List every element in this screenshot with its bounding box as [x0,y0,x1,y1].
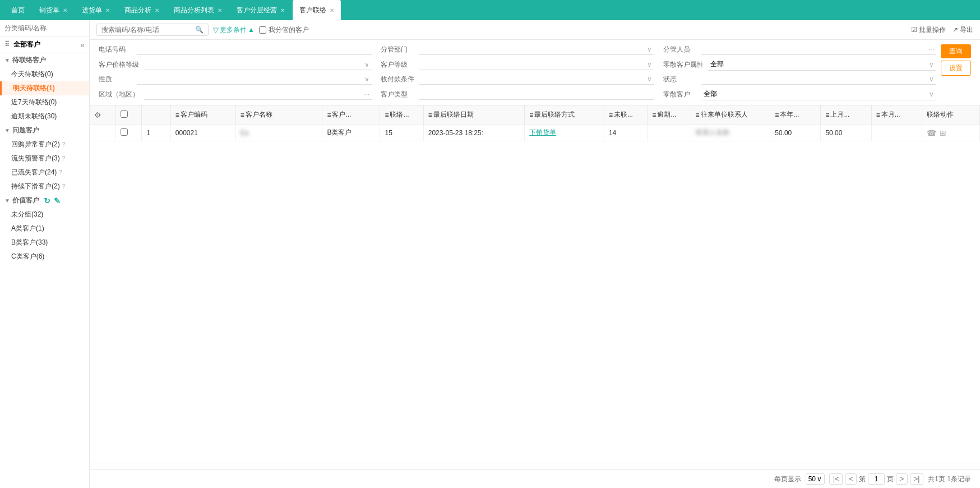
sidebar-item-tomorrow-contact[interactable]: 明天待联络(1) [0,81,89,95]
th-no-contact: ≡未联... [604,105,647,125]
sidebar-item-type-b[interactable]: B类客户(33) [0,236,89,250]
nav-purchase-order[interactable]: 进货单 ✕ [75,0,117,20]
sidebar-search-input[interactable] [4,24,89,32]
sidebar-item-ungrouped[interactable]: 未分组(32) [0,208,89,222]
td-index: 1 [142,125,171,141]
filter-manager-label: 分管人员 [663,45,697,54]
sidebar-section-problem: ▼ 问题客户 [0,123,89,137]
filter-scatter-attr-label: 零散客户属性 [663,60,704,70]
help-churn-warning-icon[interactable]: ? [62,155,66,162]
edit-value-icon[interactable]: ✎ [54,196,61,205]
close-customer-contact-icon[interactable]: ✕ [330,7,334,13]
sidebar-item-declining[interactable]: 持续下滑客户(2) ? [0,179,89,194]
table-gear-icon[interactable]: ⚙ [94,111,101,119]
more-conditions-btn[interactable]: ▽ 更多条件 ▲ [213,25,255,35]
sidebar-item-churned[interactable]: 已流失客户(24) ? [0,165,89,179]
close-sales-order-icon[interactable]: ✕ [63,7,67,13]
refresh-value-icon[interactable]: ↻ [44,196,50,205]
sidebar-item-churn-warning[interactable]: 流失预警客户(3) ? [0,151,89,165]
sidebar-collapse-icon[interactable]: « [80,40,85,49]
prev-page-btn[interactable]: < [845,473,857,485]
filter-phone-input[interactable] [137,44,372,55]
th-overdue: ≡逾期... [648,105,691,125]
row-action-phone-icon[interactable]: ☎ [927,128,936,137]
next-page-btn[interactable]: > [896,473,908,485]
filter-region-select[interactable]: ··· [144,89,372,100]
sidebar-item-type-c[interactable]: C类客户(6) [0,250,89,264]
first-page-btn[interactable]: |< [829,473,843,485]
nav-home[interactable]: 首页 [4,0,31,20]
last-contact-method-link[interactable]: 下销货单 [529,128,556,136]
filter-status-select[interactable]: ∨ [701,74,936,85]
th-last-contact-method: ≡最后联络方式 [525,105,604,125]
filter-manager: 分管人员 ··· [663,44,936,55]
td-no-contact: 14 [604,125,647,141]
top-nav: 首页 销货单 ✕ 进货单 ✕ 商品分析 ✕ 商品分析列表 ✕ 客户分层经营 ✕ … [0,0,980,20]
page-input[interactable] [868,473,885,485]
row-actions: ☎ ⊞ [927,128,975,137]
close-purchase-order-icon[interactable]: ✕ [105,7,110,13]
sidebar-section-value: ▼ 价值客户 ↻ ✎ [0,194,89,208]
close-customer-stratification-icon[interactable]: ✕ [280,7,285,13]
query-button[interactable]: 查询 [941,44,971,58]
per-page-select[interactable]: 50 ∨ [806,473,825,485]
filter-customer-level-select[interactable]: ∨ [419,59,654,70]
filter-customer-type-input[interactable] [419,89,654,100]
nav-customer-contact[interactable]: 客户联络 ✕ [293,0,341,20]
help-repurchase-icon[interactable]: ? [62,141,66,148]
toolbar-right: ☑ 批量操作 ↗ 导出 [911,25,973,35]
region-more-icon[interactable]: ··· [364,90,369,98]
filter-scatter-attr-select[interactable]: 全部 ∨ [708,58,936,71]
scatter-attr-chevron-icon: ∨ [929,61,934,68]
td-this-year: 50.00 [770,125,821,141]
td-customer-name: Ea [235,125,322,141]
sidebar-all-customers[interactable]: ⠿ 全部客户 « [0,36,89,53]
sidebar-item-type-a[interactable]: A类客户(1) [0,222,89,236]
td-customer-type: B类客户 [322,125,380,141]
filter-scatter-label: 零散客户 [663,90,697,99]
pagination: |< < 第 页 > >| [829,473,923,485]
manager-more-icon[interactable]: ··· [928,45,934,53]
filter-status: 状态 ∨ [663,74,936,85]
filter-nature-select[interactable]: ∨ [137,74,372,85]
filter-dept-select[interactable]: ∨ [419,44,654,55]
close-product-analysis-icon[interactable]: ✕ [155,7,159,13]
table-select-all[interactable] [121,111,128,118]
nav-customer-stratification[interactable]: 客户分层经营 ✕ [230,0,292,20]
filter-row-3: 性质 ∨ 收付款条件 ∨ [99,74,936,85]
filter-manager-select[interactable]: ··· [701,44,936,55]
help-churned-icon[interactable]: ? [59,169,62,176]
export-btn[interactable]: ↗ 导出 [953,25,973,35]
filter-customer-level: 客户等级 ∨ [381,59,654,70]
td-unit-contact: 联系人名称 [691,125,770,141]
settings-button[interactable]: 设置 [941,61,971,76]
th-checkbox [115,105,141,125]
row-checkbox[interactable] [121,128,128,136]
value-triangle-icon: ▼ [4,197,10,204]
help-declining-icon[interactable]: ? [62,183,66,190]
nav-product-analysis[interactable]: 商品分析 ✕ [118,0,166,20]
filter-payment-label: 收付款条件 [381,75,414,84]
filter-scatter-select[interactable]: 全部 ∨ [701,88,936,100]
toolbar-search-icon[interactable]: 🔍 [195,26,204,34]
sidebar-item-repurchase-abnormal[interactable]: 回购异常客户(2) ? [0,137,89,151]
table-row: 1 000021 Ea B类客户 15 2023-05-23 18:25: 下销… [90,125,980,141]
nav-product-analysis-list[interactable]: 商品分析列表 ✕ [167,0,229,20]
close-product-analysis-list-icon[interactable]: ✕ [218,7,222,13]
sidebar-item-today-contact[interactable]: 今天待联络(0) [0,67,89,81]
last-page-btn[interactable]: >| [910,473,923,485]
filter-region: 区域（地区） ··· [99,89,372,100]
filter-payment-select[interactable]: ∨ [419,74,654,85]
td-overdue [648,125,691,141]
filter-price-level-select[interactable]: ∨ [144,59,372,70]
chevron-up-icon: ▲ [248,26,255,34]
sidebar-item-7days-contact[interactable]: 近7天待联络(0) [0,95,89,109]
nav-sales-order[interactable]: 销货单 ✕ [33,0,74,20]
sidebar-item-overdue-contact[interactable]: 逾期未联络(30) [0,109,89,123]
problem-triangle-icon: ▼ [4,127,10,133]
batch-op-btn[interactable]: ☑ 批量操作 [911,25,946,35]
my-customers-check[interactable] [259,26,266,34]
toolbar-search-input[interactable] [101,26,193,34]
row-action-grid-icon[interactable]: ⊞ [940,128,946,137]
my-customers-checkbox[interactable]: 我分管的客户 [259,25,309,35]
